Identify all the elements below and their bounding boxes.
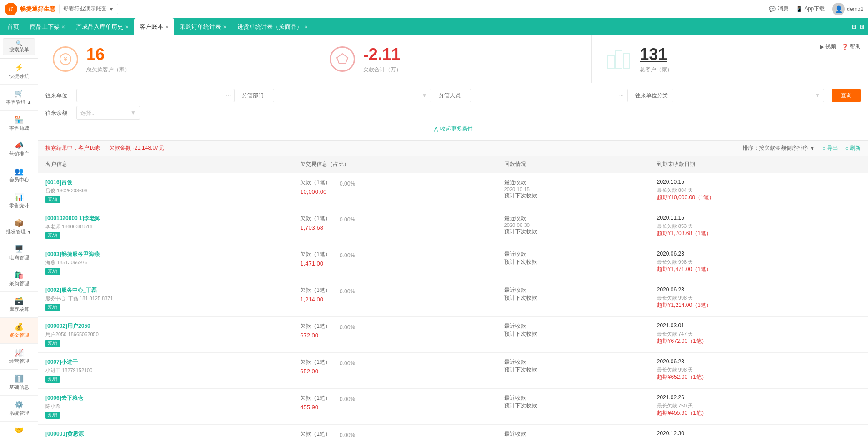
- sidebar-item-purchase[interactable]: 🛍️ 采购管理: [0, 266, 38, 292]
- debt-total-label: 欠款合计（万）: [363, 66, 578, 74]
- chevron-icon: ▲: [27, 100, 32, 105]
- table-row: [000002]用户2050 用户2050 18665062050 现销 欠款（…: [38, 317, 868, 353]
- tab-close-icon[interactable]: ✕: [304, 25, 308, 30]
- stat-card-debt-customers: ¥ 16 总欠款客户（家）: [38, 35, 315, 83]
- sidebar-item-quick-nav[interactable]: ⚡ 快捷导航: [0, 59, 38, 85]
- tab-close-icon[interactable]: ✕: [125, 25, 129, 30]
- video-btn[interactable]: ▶ 视频: [820, 43, 836, 50]
- balance-label: 往来余额: [45, 109, 73, 117]
- sidebar-item-enterprise-collab[interactable]: 🤝 企业协同: [0, 422, 38, 437]
- customer-name-link[interactable]: [0006]去下粮仓: [45, 394, 300, 402]
- overdue-amount-link[interactable]: 超期¥1,471.00（1笔）: [657, 266, 861, 273]
- debt-amount[interactable]: 10,000.00: [300, 188, 331, 195]
- purchase-icon: 🛍️: [2, 271, 36, 279]
- tab-stock-summary-label: 进货单统计表（按商品）: [237, 23, 302, 31]
- tab-close-icon[interactable]: ✕: [165, 25, 169, 30]
- customer-name-link[interactable]: [0016]吕俊: [45, 179, 300, 186]
- collapse-button[interactable]: ⋀ 收起更多条件: [432, 123, 475, 135]
- export-button[interactable]: ○ 导出: [823, 144, 838, 152]
- sidebar-item-retail-stats[interactable]: 📊 零售统计: [0, 188, 38, 214]
- debt-info-cell: 欠款（1笔） 10,000.00 0.00%: [300, 179, 504, 195]
- svg-rect-3: [608, 55, 614, 68]
- search-button[interactable]: 查询: [832, 89, 861, 102]
- tab-purchase-order[interactable]: 采购订单统计表 ✕: [174, 18, 232, 35]
- customer-name-link[interactable]: [0003]畅捷服务尹海燕: [45, 251, 300, 258]
- customer-contact: 海燕 18513066976: [45, 259, 300, 266]
- tab-bar-actions: ⊟ ⊞: [852, 24, 866, 30]
- store-selector[interactable]: 母婴行业演示账套 ▼: [59, 4, 118, 14]
- dept-select[interactable]: ▼: [273, 89, 431, 102]
- tab-close-icon[interactable]: ✕: [61, 25, 65, 30]
- customer-name-link[interactable]: [0002]服务中心_丁磊: [45, 286, 300, 294]
- tab-product-listing[interactable]: 商品上下架 ✕: [25, 18, 70, 35]
- stat-info-debt-customers: 16 总欠款客户（家）: [86, 45, 301, 74]
- user-menu[interactable]: 👤 demo2: [832, 3, 863, 15]
- sidebar-item-system[interactable]: ⚙️ 系统管理: [0, 396, 38, 422]
- overdue-amount-link[interactable]: 超期¥455.90（1笔）: [657, 409, 861, 417]
- unit-category-label: 往来单位分类: [635, 92, 668, 100]
- sort-selector[interactable]: 排序：按欠款金额倒序排序 ▼: [743, 144, 815, 152]
- customer-name-link[interactable]: [0001020000 1]李老师: [45, 215, 300, 222]
- tab-close-icon[interactable]: ✕: [223, 25, 226, 30]
- stats-row: ¥ 16 总欠款客户（家） -2.11 欠款合计（万）: [38, 35, 868, 83]
- customer-contact: 陈小希: [45, 403, 300, 410]
- svg-text:¥: ¥: [64, 55, 67, 63]
- debt-amount[interactable]: 455.90: [300, 404, 331, 411]
- tab-home[interactable]: 首页: [2, 18, 25, 35]
- app-download-button[interactable]: 📱 App下载: [796, 5, 825, 13]
- logo-text: 畅捷通好生意: [20, 5, 55, 13]
- maximize-icon[interactable]: ⊞: [860, 24, 864, 30]
- table-row: [0006]去下粮仓 陈小希 现销 欠款（1笔） 455.90 0.00%: [38, 389, 868, 425]
- message-icon: 💬: [769, 6, 776, 12]
- tab-customer-account[interactable]: 客户账本 ✕: [134, 18, 174, 35]
- sidebar-item-finance[interactable]: 💰 资金管理: [0, 318, 38, 344]
- tab-purchase-order-label: 采购订单统计表: [180, 23, 221, 31]
- refresh-button[interactable]: ○ 刷新: [845, 144, 861, 152]
- overdue-amount-link[interactable]: 超期¥10,000.00（1笔）: [657, 194, 861, 201]
- overdue-amount-link[interactable]: 超期¥1,214.00（3笔）: [657, 301, 861, 309]
- sidebar-item-ecommerce[interactable]: 🖥️ 电商管理: [0, 240, 38, 266]
- person-input[interactable]: ···: [470, 89, 628, 102]
- chevron-down-icon: ▼: [810, 145, 815, 151]
- search-icon: 🔍: [16, 40, 22, 46]
- overdue-amount-link[interactable]: 超期¥1,703.68（1笔）: [657, 230, 861, 237]
- sidebar-item-retail-mgmt[interactable]: 🛒 零售管理 ▲: [0, 85, 38, 111]
- sidebar-item-retail-store[interactable]: 🏪 零售商城: [0, 111, 38, 136]
- overdue-amount-link[interactable]: 超期¥672.00（1笔）: [657, 337, 861, 345]
- sidebar-item-batch-mgmt[interactable]: 📦 批发管理 ▼: [0, 214, 38, 240]
- logo-icon: 好: [5, 3, 17, 15]
- table-row: [0007]小进干 小进干 18279152100 现销 欠款（1笔） 652.…: [38, 353, 868, 389]
- help-btn[interactable]: ❓ 帮助: [842, 43, 861, 50]
- tab-customer-account-label: 客户账本: [140, 23, 163, 31]
- sidebar-item-operations[interactable]: 📈 经营管理: [0, 344, 38, 370]
- debt-customers-icon: ¥: [52, 45, 79, 73]
- customer-name-link[interactable]: [0007]小进干: [45, 358, 300, 366]
- customer-name-link[interactable]: [000002]用户2050: [45, 322, 300, 330]
- debt-amount[interactable]: 1,471.00: [300, 260, 331, 267]
- collapse-area: ⋀ 收起更多条件: [45, 123, 861, 135]
- minimize-icon[interactable]: ⊟: [852, 24, 856, 30]
- tab-product-history[interactable]: 产成品入库单历史 ✕: [70, 18, 134, 35]
- message-button[interactable]: 💬 消息: [769, 5, 788, 13]
- sidebar-item-marketing[interactable]: 📣 营销推广: [0, 136, 38, 162]
- customer-name-link[interactable]: [000001]黄思源: [45, 430, 300, 437]
- results-bar: 搜索结果中，客户16家 欠款金额 -21,148.07元 排序：按欠款金额倒序排…: [38, 141, 868, 156]
- balance-select[interactable]: 选择... ▼: [76, 106, 140, 120]
- tab-stock-summary[interactable]: 进货单统计表（按商品） ✕: [232, 18, 313, 35]
- overdue-amount-link[interactable]: 超期¥652.00（1笔）: [657, 373, 861, 381]
- overdue-cell: 2020.06.23 最长欠款 998 天 超期¥1,214.00（3笔）: [657, 286, 861, 309]
- customer-contact: 吕俊 13026203696: [45, 187, 300, 194]
- debt-amount[interactable]: 1,214.00: [300, 296, 331, 303]
- sidebar-item-basic-info[interactable]: ℹ️ 基础信息: [0, 370, 38, 396]
- debt-amount[interactable]: 672.00: [300, 332, 331, 339]
- source-unit-input[interactable]: ···: [76, 89, 235, 102]
- search-menu-button[interactable]: 🔍 搜索菜单: [3, 38, 35, 55]
- system-icon: ⚙️: [2, 400, 36, 409]
- overdue-cell: 2020.11.15 最长欠款 853 天 超期¥1,703.68（1笔）: [657, 215, 861, 237]
- debt-amount[interactable]: 652.00: [300, 368, 331, 375]
- sidebar-item-member[interactable]: 👥 会员中心: [0, 162, 38, 188]
- sidebar-item-inventory[interactable]: 🗃️ 库存核算: [0, 292, 38, 318]
- unit-category-select[interactable]: ▼: [672, 89, 824, 102]
- debt-amount[interactable]: 1,703.68: [300, 224, 331, 231]
- filter-area: 往来单位 ··· 分管部门 ▼ 分管人员: [38, 83, 868, 141]
